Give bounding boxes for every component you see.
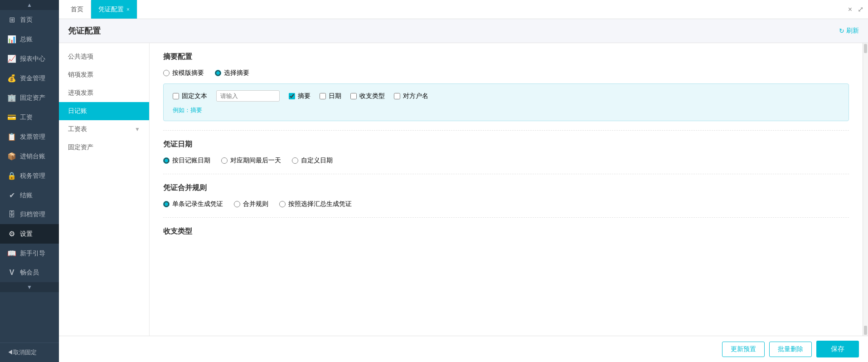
date-options-row: 按日记账日期 对应期间最后一天 自定义日期 xyxy=(163,157,849,165)
vip-icon: V xyxy=(7,269,16,277)
summary-title: 摘要配置 xyxy=(163,52,849,62)
fixed-text-input[interactable] xyxy=(216,90,280,102)
vertical-scrollbar[interactable] xyxy=(863,43,868,336)
radio-merge-rule-input[interactable] xyxy=(234,201,240,207)
maximize-window-icon[interactable]: ⤢ xyxy=(858,5,863,14)
batch-delete-button[interactable]: 批量删除 xyxy=(769,342,812,357)
summary-config-box: 固定文本 摘要 日期 xyxy=(163,83,849,121)
report-icon: 📈 xyxy=(7,54,16,63)
sidebar-item-ledger[interactable]: 📊 总账 xyxy=(0,29,59,49)
radio-template[interactable]: 按模版摘要 xyxy=(163,69,204,77)
bottom-bar: 更新预置 批量删除 保存 xyxy=(59,336,868,362)
radio-custom-date-input[interactable] xyxy=(292,157,298,164)
sidebar-unpin[interactable]: ◀取消固定 xyxy=(0,342,59,362)
chevron-down-icon: ▼ xyxy=(135,126,140,132)
radio-custom-date[interactable]: 自定义日期 xyxy=(292,157,333,165)
sidebar-item-guide[interactable]: 📖 新手引导 xyxy=(0,244,59,263)
left-nav: 公共选项 销项发票 进项发票 日记账 工资表 ▼ 固定资产 xyxy=(59,43,150,336)
sidebar-item-asset[interactable]: 🏢 固定资产 xyxy=(0,88,59,108)
invoice-icon: 📋 xyxy=(7,132,16,141)
sidebar-scroll-up[interactable]: ▲ xyxy=(0,0,59,10)
sidebar-item-fund[interactable]: 💰 资金管理 xyxy=(0,68,59,88)
merge-options-row: 单条记录生成凭证 合并规则 按照选择汇总生成凭证 xyxy=(163,200,849,208)
radio-select[interactable]: 选择摘要 xyxy=(215,69,249,77)
fund-icon: 💰 xyxy=(7,74,16,83)
salary-icon: 💳 xyxy=(7,113,16,122)
radio-single-record[interactable]: 单条记录生成凭证 xyxy=(163,200,223,208)
window-controls: × ⤢ xyxy=(848,5,863,14)
close-window-icon[interactable]: × xyxy=(848,5,852,14)
tab-bar: 首页 凭证配置 × × ⤢ xyxy=(59,0,868,19)
asset-icon: 🏢 xyxy=(7,93,16,102)
checkbox-fixed-text[interactable]: 固定文本 xyxy=(173,92,207,100)
tab-close-icon[interactable]: × xyxy=(126,6,130,13)
right-content: 摘要配置 按模版摘要 选择摘要 xyxy=(150,43,863,336)
guide-icon: 📖 xyxy=(7,249,16,258)
sidebar-item-checkout[interactable]: ✔ 结账 xyxy=(0,186,59,205)
checkbox-counterpart-input[interactable] xyxy=(394,93,400,99)
checkbox-date-input[interactable] xyxy=(320,93,326,99)
home-icon: ⊞ xyxy=(7,15,16,24)
radio-period-last[interactable]: 对应期间最后一天 xyxy=(221,157,281,165)
income-section: 收支类型 xyxy=(163,227,849,253)
sidebar-item-home[interactable]: ⊞ 首页 xyxy=(0,10,59,29)
checkbox-summary-input[interactable] xyxy=(289,93,295,99)
ledger-icon: 📊 xyxy=(7,35,16,44)
sidebar-scroll-down[interactable]: ▼ xyxy=(0,282,59,292)
sidebar-item-tax[interactable]: 🔒 税务管理 xyxy=(0,166,59,186)
sidebar-item-vip[interactable]: V 畅会员 xyxy=(0,263,59,282)
update-preview-button[interactable]: 更新预置 xyxy=(722,342,765,357)
purchase-icon: 📦 xyxy=(7,152,16,161)
radio-summary-generate[interactable]: 按照选择汇总生成凭证 xyxy=(279,200,352,208)
date-section: 凭证日期 按日记账日期 对应期间最后一天 自定义日期 xyxy=(163,140,849,174)
page-header: 凭证配置 ↻ 刷新 xyxy=(59,19,868,43)
radio-single-record-input[interactable] xyxy=(163,201,170,207)
checkout-icon: ✔ xyxy=(7,191,16,200)
save-button[interactable]: 保存 xyxy=(816,341,859,357)
sidebar-item-purchase[interactable]: 📦 进销台账 xyxy=(0,147,59,166)
summary-mode-row: 按模版摘要 选择摘要 xyxy=(163,69,849,77)
archive-icon: 🗄 xyxy=(7,210,16,219)
radio-merge-rule[interactable]: 合并规则 xyxy=(234,200,268,208)
radio-select-input[interactable] xyxy=(215,70,221,76)
summary-checkboxes-row: 固定文本 摘要 日期 xyxy=(173,90,839,102)
refresh-icon: ↻ xyxy=(839,27,844,34)
nav-item-public[interactable]: 公共选项 xyxy=(59,48,149,66)
tab-home[interactable]: 首页 xyxy=(63,1,91,18)
tax-icon: 🔒 xyxy=(7,171,16,180)
tab-voucher[interactable]: 凭证配置 × xyxy=(91,0,137,19)
radio-journal-date-input[interactable] xyxy=(163,157,170,164)
nav-item-purchase[interactable]: 进项发票 xyxy=(59,84,149,102)
nav-item-sales[interactable]: 销项发票 xyxy=(59,66,149,84)
page-title: 凭证配置 xyxy=(68,25,101,36)
date-title: 凭证日期 xyxy=(163,140,849,149)
checkbox-date[interactable]: 日期 xyxy=(320,92,341,100)
refresh-button[interactable]: ↻ 刷新 xyxy=(839,27,859,35)
nav-item-asset[interactable]: 固定资产 xyxy=(59,138,149,157)
main-area: 首页 凭证配置 × × ⤢ 凭证配置 ↻ 刷新 公共选项 销项发票 xyxy=(59,0,868,362)
sidebar-item-report[interactable]: 📈 报表中心 xyxy=(0,49,59,68)
nav-item-journal[interactable]: 日记账 xyxy=(59,102,149,120)
example-text: 例如：摘要 xyxy=(173,106,839,114)
merge-section: 凭证合并规则 单条记录生成凭证 合并规则 按照选择汇总生成凭证 xyxy=(163,183,849,218)
radio-summary-generate-input[interactable] xyxy=(279,201,286,207)
checkbox-fixed-text-input[interactable] xyxy=(173,93,179,99)
sidebar-item-archive[interactable]: 🗄 归档管理 xyxy=(0,205,59,224)
sidebar: ▲ ⊞ 首页 📊 总账 📈 报表中心 💰 资金管理 🏢 固定资产 💳 工资 📋 … xyxy=(0,0,59,362)
checkbox-summary[interactable]: 摘要 xyxy=(289,92,310,100)
content-area: 公共选项 销项发票 进项发票 日记账 工资表 ▼ 固定资产 xyxy=(59,43,868,336)
checkbox-type[interactable]: 收支类型 xyxy=(350,92,385,100)
checkbox-counterpart[interactable]: 对方户名 xyxy=(394,92,428,100)
income-title: 收支类型 xyxy=(163,227,849,236)
radio-template-input[interactable] xyxy=(163,70,170,76)
settings-icon: ⚙ xyxy=(7,230,16,238)
radio-period-last-input[interactable] xyxy=(221,157,228,164)
sidebar-item-settings[interactable]: ⚙ 设置 xyxy=(0,224,59,244)
sidebar-item-invoice[interactable]: 📋 发票管理 xyxy=(0,127,59,147)
merge-title: 凭证合并规则 xyxy=(163,183,849,193)
nav-item-salary[interactable]: 工资表 ▼ xyxy=(59,120,149,138)
sidebar-item-salary[interactable]: 💳 工资 xyxy=(0,108,59,127)
radio-journal-date[interactable]: 按日记账日期 xyxy=(163,157,210,165)
checkbox-type-input[interactable] xyxy=(350,93,357,99)
summary-section: 摘要配置 按模版摘要 选择摘要 xyxy=(163,52,849,131)
